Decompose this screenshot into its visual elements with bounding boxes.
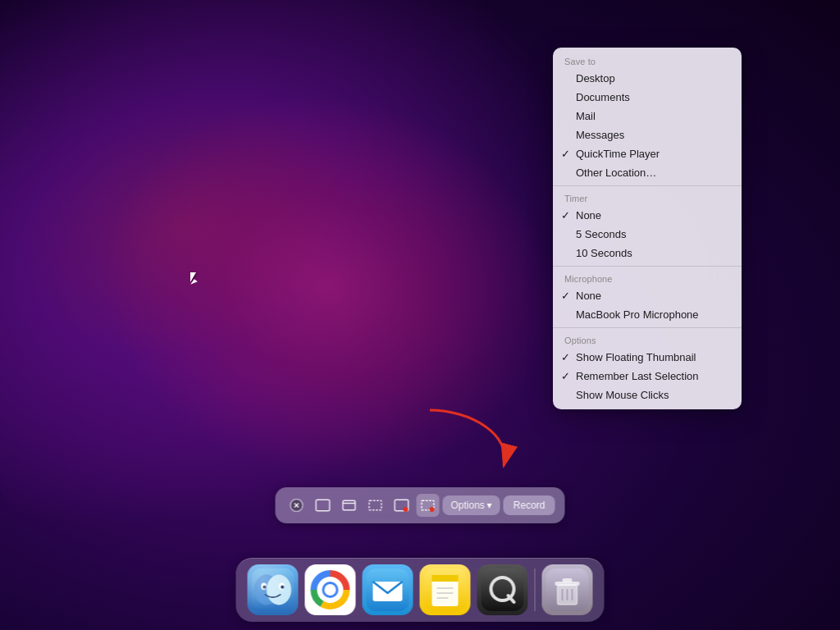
svg-rect-26 bbox=[432, 575, 459, 582]
selection-capture-button[interactable] bbox=[363, 494, 386, 517]
menu-item-timer-none[interactable]: None bbox=[553, 206, 742, 225]
record-button[interactable]: Record bbox=[504, 495, 555, 515]
menu-item-mail[interactable]: Mail bbox=[553, 107, 742, 126]
options-label: Options bbox=[450, 500, 484, 511]
options-button[interactable]: Options ▾ bbox=[442, 495, 500, 515]
svg-point-11 bbox=[430, 507, 435, 512]
microphone-label: Microphone bbox=[553, 270, 742, 286]
menu-item-other-location[interactable]: Other Location… bbox=[553, 163, 742, 182]
svg-point-13 bbox=[254, 575, 279, 605]
selection-record-button[interactable] bbox=[416, 494, 439, 517]
svg-point-9 bbox=[404, 507, 409, 512]
context-menu: Save to Desktop Documents Mail Messages … bbox=[553, 48, 742, 409]
menu-item-messages[interactable]: Messages bbox=[553, 126, 742, 144]
menu-item-quicktime[interactable]: QuickTime Player bbox=[553, 144, 742, 163]
dock-finder[interactable] bbox=[248, 564, 299, 615]
dock bbox=[236, 558, 605, 622]
menu-item-remember-last[interactable]: Remember Last Selection bbox=[553, 367, 742, 386]
menu-item-5-seconds[interactable]: 5 Seconds bbox=[553, 225, 742, 244]
menu-item-10-seconds[interactable]: 10 Seconds bbox=[553, 244, 742, 262]
menu-item-desktop[interactable]: Desktop bbox=[553, 69, 742, 88]
menu-item-show-floating[interactable]: Show Floating Thumbnail bbox=[553, 348, 742, 367]
svg-rect-12 bbox=[252, 568, 294, 611]
svg-rect-36 bbox=[563, 578, 573, 582]
options-section-label: Options bbox=[553, 331, 742, 348]
menu-item-mic-none[interactable]: None bbox=[553, 286, 742, 305]
dock-divider bbox=[535, 568, 536, 611]
screen-record-button[interactable] bbox=[390, 494, 413, 517]
window-capture-button[interactable] bbox=[337, 494, 360, 517]
save-to-label: Save to bbox=[553, 52, 742, 69]
svg-rect-30 bbox=[482, 568, 524, 611]
screenshot-toolbar: Options ▾ Record bbox=[275, 487, 564, 523]
svg-point-21 bbox=[325, 584, 336, 596]
options-chevron-icon: ▾ bbox=[487, 500, 492, 511]
svg-rect-5 bbox=[343, 500, 355, 510]
menu-item-macbook-mic[interactable]: MacBook Pro Microphone bbox=[553, 305, 742, 324]
menu-item-documents[interactable]: Documents bbox=[553, 88, 742, 107]
svg-point-14 bbox=[267, 575, 291, 605]
dock-mail[interactable] bbox=[363, 564, 413, 615]
svg-rect-4 bbox=[316, 500, 330, 510]
svg-point-17 bbox=[262, 586, 266, 589]
dock-notes[interactable] bbox=[420, 564, 471, 615]
arrow-indicator bbox=[422, 402, 520, 476]
timer-label: Timer bbox=[553, 189, 742, 206]
divider-2 bbox=[553, 266, 742, 267]
close-button[interactable] bbox=[285, 494, 308, 517]
divider-3 bbox=[553, 327, 742, 328]
dock-chrome[interactable] bbox=[305, 564, 356, 615]
dock-trash[interactable] bbox=[542, 564, 593, 615]
svg-point-16 bbox=[279, 583, 285, 590]
svg-rect-7 bbox=[369, 500, 381, 510]
divider-1 bbox=[553, 185, 742, 186]
svg-point-15 bbox=[261, 583, 267, 590]
full-screen-capture-button[interactable] bbox=[311, 494, 334, 517]
dock-quicktime[interactable] bbox=[477, 564, 528, 615]
svg-point-18 bbox=[281, 586, 284, 589]
menu-item-show-mouse[interactable]: Show Mouse Clicks bbox=[553, 386, 742, 404]
